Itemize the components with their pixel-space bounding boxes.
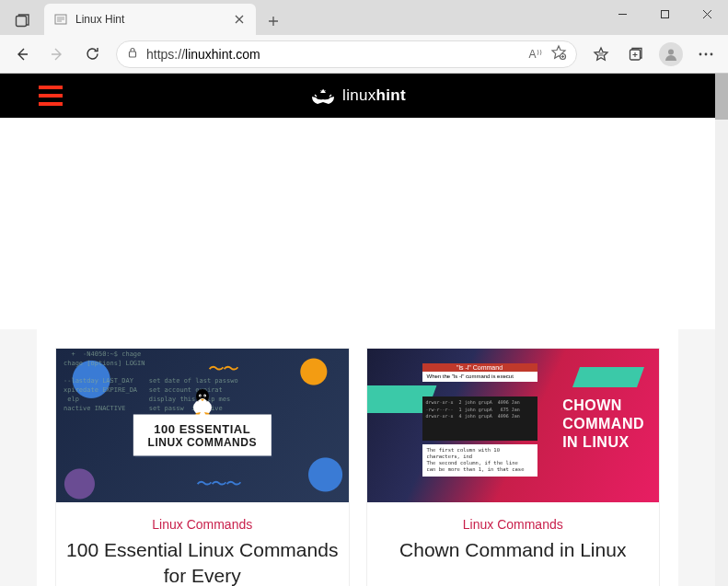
terminal-header: "ls -l" Command <box>422 363 537 372</box>
ad-whitespace <box>0 118 715 329</box>
forward-button[interactable] <box>40 40 74 69</box>
article-meta: Linux Commands Chown Command in Linux <box>367 502 660 563</box>
svg-point-6 <box>668 49 674 54</box>
back-button[interactable] <box>6 40 39 69</box>
window-controls <box>601 0 728 28</box>
article-card[interactable]: + -N4050:~$ chage chage [options] LOGIN … <box>55 348 350 586</box>
read-aloud-icon[interactable]: A⁾⁾ <box>528 48 543 61</box>
thumbnail-banner: 100 ESSENTIAL LINUX COMMANDS <box>133 414 272 455</box>
thumbnail-terminal-box: "ls -l" Command When the "ls -l" command… <box>422 363 537 382</box>
svg-point-17 <box>203 395 204 396</box>
article-thumbnail: "ls -l" Command When the "ls -l" command… <box>367 349 660 502</box>
new-tab-button[interactable] <box>260 7 287 35</box>
article-category[interactable]: Linux Commands <box>65 517 340 532</box>
tux-icon <box>190 387 215 417</box>
tab-title: Linux Hint <box>75 13 225 26</box>
browser-tab[interactable]: Linux Hint <box>44 4 256 35</box>
url-text: https://linuxhint.com <box>146 47 521 62</box>
browser-toolbar: https://linuxhint.com A⁾⁾ <box>0 35 728 74</box>
collections-button[interactable] <box>619 40 653 69</box>
favorites-star-icon[interactable] <box>550 44 567 64</box>
window-close-button[interactable] <box>686 0 728 28</box>
article-thumbnail: + -N4050:~$ chage chage [options] LOGIN … <box>56 349 349 502</box>
banner-line1: 100 ESSENTIAL <box>148 421 257 435</box>
favorites-button[interactable] <box>584 40 618 69</box>
refresh-button[interactable] <box>75 40 109 69</box>
svg-rect-2 <box>661 10 668 17</box>
tab-actions-button[interactable] <box>6 7 39 35</box>
scrollbar-track[interactable] <box>715 74 728 586</box>
svg-rect-0 <box>17 17 27 27</box>
svg-point-8 <box>705 52 708 55</box>
article-card[interactable]: "ls -l" Command When the "ls -l" command… <box>366 348 661 586</box>
browser-titlebar: Linux Hint <box>0 0 728 35</box>
svg-text:</>: </> <box>320 88 326 93</box>
scrollbar-thumb[interactable] <box>715 74 728 120</box>
svg-point-9 <box>711 52 713 55</box>
profile-button[interactable] <box>654 40 688 69</box>
decoration-icon: 〜〜 <box>208 358 237 380</box>
address-bar[interactable]: https://linuxhint.com A⁾⁾ <box>116 40 577 68</box>
banner-line2: LINUX COMMANDS <box>148 435 257 448</box>
url-domain: linuxhint.com <box>185 47 260 62</box>
tab-favicon-icon <box>53 12 68 27</box>
site-logo[interactable]: </> linuxhint <box>309 84 406 108</box>
terminal-line: When the "ls -l" command is execut <box>427 373 533 379</box>
article-title[interactable]: Chown Command in Linux <box>376 537 651 563</box>
article-category[interactable]: Linux Commands <box>376 517 651 532</box>
svg-point-16 <box>200 395 201 396</box>
svg-rect-3 <box>130 52 136 57</box>
more-button[interactable] <box>689 40 722 69</box>
logo-text-bold: hint <box>376 86 406 104</box>
decoration-icon: 〜〜〜 <box>196 473 240 495</box>
thumbnail-terminal-dark: drwxr-xr-x 2 john grupA 4096 Jan -rw-r--… <box>422 396 537 441</box>
logo-icon: </> <box>309 84 337 108</box>
thumbnail-terminal-bottom: The first column with 10 characters, ind… <box>422 444 537 477</box>
logo-text-normal: linux <box>342 86 376 104</box>
lock-icon <box>126 46 139 63</box>
window-maximize-button[interactable] <box>643 0 686 28</box>
page-viewport: </> linuxhint + -N4050:~$ chage chage [o… <box>0 74 728 586</box>
url-protocol: https:// <box>146 47 185 62</box>
content-area: + -N4050:~$ chage chage [options] LOGIN … <box>0 329 715 586</box>
tab-close-button[interactable] <box>232 12 247 27</box>
article-title[interactable]: 100 Essential Linux Commands for Every <box>65 537 340 586</box>
menu-button[interactable] <box>39 86 63 106</box>
site-header: </> linuxhint <box>0 74 715 118</box>
window-minimize-button[interactable] <box>601 0 643 28</box>
thumbnail-title-overlay: CHOWN COMMAND IN LINUX <box>562 396 644 452</box>
svg-point-7 <box>699 52 702 55</box>
logo-text: linuxhint <box>342 86 406 105</box>
article-meta: Linux Commands 100 Essential Linux Comma… <box>56 502 349 586</box>
